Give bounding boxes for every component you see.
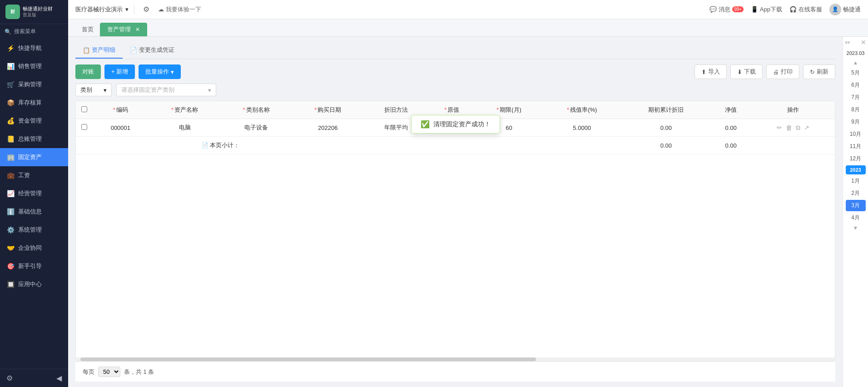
delete-icon[interactable]: 🗑	[786, 124, 792, 132]
subtotal-initial: 0.00	[621, 137, 711, 154]
cal-month-2[interactable]: 2月	[846, 188, 866, 199]
cal-month-8[interactable]: 8月	[846, 104, 866, 115]
user-profile[interactable]: 👤 畅捷通	[829, 4, 861, 15]
scrollbar-thumb[interactable]	[80, 357, 536, 361]
row-checkbox-cell[interactable]	[76, 119, 92, 137]
sidebar-item-system[interactable]: ⚙️ 系统管理	[0, 221, 68, 239]
settings-button[interactable]: ⚙	[140, 3, 153, 16]
company-selector[interactable]: 医疗器械行业演示 ▾	[75, 5, 129, 14]
tab-home[interactable]: 首页	[75, 23, 100, 36]
toolbar-right: ⬆ 导入 ⬇ 下载 🖨 打印 ↻ 刷新	[694, 64, 835, 79]
app-sub: 普及版	[23, 12, 53, 18]
sidebar-item-label: 新手引导	[18, 262, 42, 270]
refresh-button[interactable]: ↻ 刷新	[803, 64, 835, 79]
horizontal-scrollbar[interactable]	[76, 357, 835, 361]
tab-close-icon[interactable]: ✕	[135, 26, 140, 33]
category-input-dropdown-icon: ▾	[208, 87, 211, 94]
sidebar-item-purchase[interactable]: 🛒 采购管理	[0, 75, 68, 94]
sidebar-item-label: 工资	[18, 171, 30, 179]
cal-month-1[interactable]: 1月	[846, 175, 866, 187]
experience-label: 我要体验一下	[166, 5, 201, 14]
cell-category: 电子设备	[220, 119, 292, 137]
sidebar-item-ledger[interactable]: 📒 总账管理	[0, 130, 68, 148]
sidebar-item-quick-nav[interactable]: ⚡ 快捷导航	[0, 39, 68, 57]
subtotal-label-cell	[76, 137, 149, 154]
payroll-icon: 💼	[6, 171, 15, 179]
sidebar-item-app-center[interactable]: 🔲 应用中心	[0, 275, 68, 293]
sub-tabs: 📋 资产明细 📄 变更生成凭证	[75, 42, 835, 59]
sidebar-item-label: 系统管理	[18, 226, 42, 234]
sidebar-item-operations[interactable]: 📈 经营管理	[0, 184, 68, 203]
inventory-icon: 📦	[6, 99, 15, 107]
sidebar-item-inventory[interactable]: 📦 库存核算	[0, 94, 68, 112]
cal-month-10[interactable]: 10月	[846, 129, 866, 140]
reconcile-button[interactable]: 对账	[75, 64, 101, 79]
subtotal-empty	[292, 137, 621, 154]
calendar-scroll-down[interactable]: ▼	[852, 224, 859, 232]
cal-year-2023[interactable]: 2023	[846, 165, 866, 174]
refresh-label: 刷新	[817, 68, 828, 76]
cal-month-7[interactable]: 7月	[846, 92, 866, 103]
main-content: 医疗器械行业演示 ▾ ⚙ ☁ 我要体验一下 💬 消息 99+ 📱 App下载 🎧…	[68, 0, 868, 387]
app-download-button[interactable]: 📱 App下载	[751, 5, 782, 14]
right-sidebar-close-icon[interactable]: ✕	[861, 39, 866, 46]
message-badge: 99+	[732, 6, 744, 12]
sidebar-item-payroll[interactable]: 💼 工资	[0, 166, 68, 184]
cell-initial-depreciation: 0.00	[621, 119, 711, 137]
cal-month-12[interactable]: 12月	[846, 153, 866, 164]
success-toast: ✅ 清理固定资产成功！	[411, 115, 500, 134]
experience-button[interactable]: ☁ 我要体验一下	[158, 5, 201, 14]
sidebar-bottom: ⚙ ◀	[0, 369, 68, 387]
select-all-header[interactable]	[76, 101, 92, 119]
cal-month-6[interactable]: 6月	[846, 79, 866, 91]
cal-month-3-current[interactable]: 3月	[846, 200, 866, 211]
cell-name: 电脑	[149, 119, 221, 137]
message-button[interactable]: 💬 消息 99+	[709, 5, 744, 14]
sidebar-item-sales[interactable]: 📊 销售管理	[0, 57, 68, 75]
change-voucher-icon: 📄	[130, 47, 137, 54]
import-button[interactable]: ⬆ 导入	[694, 64, 727, 79]
sidebar-item-fixed-assets[interactable]: 🏢 固定资产	[0, 148, 68, 166]
purchase-icon: 🛒	[6, 80, 15, 89]
category-select[interactable]: 类别 ▾	[75, 84, 112, 96]
sidebar-item-enterprise[interactable]: 🤝 企业协同	[0, 239, 68, 257]
toast-message: 清理固定资产成功！	[433, 120, 491, 129]
collapse-icon[interactable]: ◀	[56, 374, 62, 382]
sidebar-item-guide[interactable]: 🎯 新手引导	[0, 257, 68, 275]
download-button[interactable]: ⬇ 下载	[730, 64, 763, 79]
cal-month-5[interactable]: 5月	[846, 67, 866, 79]
copy-icon[interactable]: ⧉	[796, 124, 800, 132]
cal-month-9[interactable]: 9月	[846, 116, 866, 128]
funds-icon: 💰	[6, 117, 15, 125]
sidebar-item-basic-info[interactable]: ℹ️ 基础信息	[0, 203, 68, 221]
cell-action: ✏ 🗑 ⧉ ↗	[751, 119, 835, 137]
batch-ops-button[interactable]: 批量操作 ▾	[139, 64, 181, 79]
sub-tab-asset-detail[interactable]: 📋 资产明细	[75, 42, 123, 59]
per-page-label: 每页	[83, 368, 94, 376]
tab-asset-management[interactable]: 资产管理 ✕	[100, 23, 147, 36]
right-sidebar-expand-icon[interactable]: ⇔	[845, 39, 850, 46]
settings-icon[interactable]: ⚙	[6, 374, 13, 382]
cal-month-4[interactable]: 4月	[846, 212, 866, 223]
search-menu[interactable]: 🔍 搜索菜单	[0, 24, 68, 39]
sidebar-item-funds[interactable]: 💰 资金管理	[0, 112, 68, 130]
action-icons: ✏ 🗑 ⧉ ↗	[754, 124, 831, 132]
print-icon: 🖨	[773, 69, 779, 75]
calendar-scroll-up[interactable]: ▲	[852, 59, 859, 67]
more-icon[interactable]: ↗	[804, 124, 809, 132]
print-button[interactable]: 🖨 打印	[766, 64, 799, 79]
select-all-checkbox[interactable]	[81, 106, 87, 112]
category-input[interactable]: 请选择固定资产类别 ▾	[116, 84, 216, 96]
sub-tab-change-voucher[interactable]: 📄 变更生成凭证	[123, 42, 182, 59]
batch-ops-label: 批量操作	[145, 68, 169, 76]
page-content: 📋 资产明细 📄 变更生成凭证 对账 + 新增 批量操作 ▾ ⬆	[68, 37, 843, 387]
edit-icon[interactable]: ✏	[777, 124, 782, 132]
cal-month-11[interactable]: 11月	[846, 141, 866, 152]
per-page-select[interactable]: 50	[98, 367, 120, 377]
row-checkbox[interactable]	[81, 124, 87, 130]
online-service-button[interactable]: 🎧 在线客服	[789, 5, 822, 14]
sidebar-logo: 财 畅捷通好业财 普及版	[0, 0, 68, 24]
cell-code: 000001	[92, 119, 149, 137]
add-new-button[interactable]: + 新增	[104, 64, 135, 79]
download-btn-icon: ⬇	[737, 69, 742, 75]
